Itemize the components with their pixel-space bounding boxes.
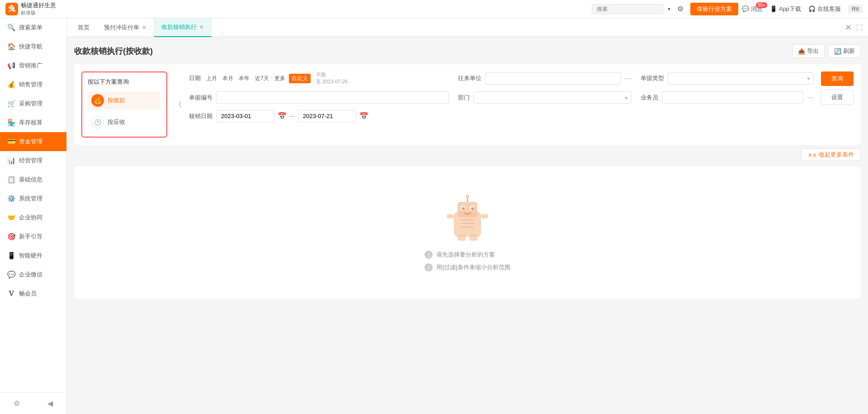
filter-row-2: 单据编号 部门 ▾ [189, 91, 814, 104]
date-option-custom[interactable]: 自定义 [289, 74, 311, 83]
tip1-num: 1 [425, 251, 433, 259]
sidebar-item-finance[interactable]: 💳 资金管理 [0, 132, 66, 151]
document-type-select-wrap: ▾ [668, 72, 814, 85]
empty-tip-2: 2 用[过滤]条件来缩小分析范围 [425, 263, 510, 271]
filter-action-btns: 查询 设置 [821, 71, 854, 138]
sidebar-label-guide: 新手引导 [19, 233, 42, 241]
query-btn[interactable]: 查询 [821, 71, 854, 86]
staff-label: 业务员 [641, 94, 658, 102]
verify-date-end-cal[interactable]: 📅 [359, 112, 368, 120]
purchase-icon: 🛒 [7, 100, 15, 108]
receipt-option-icon: 💰 [91, 94, 104, 107]
collapse-more-btn[interactable]: ∧∧ 收起更多条件 [801, 148, 861, 161]
sidebar-item-basic[interactable]: 📋 基础信息 [0, 170, 66, 189]
document-type-select[interactable] [668, 72, 814, 85]
sidebar-item-marketing[interactable]: 📢 营销推广 [0, 56, 66, 75]
user-info[interactable]: Rit [848, 5, 863, 13]
page-title: 收款核销执行(按收款) [74, 46, 153, 57]
tip2-text: 用[过滤]条件来缩小分析范围 [436, 263, 510, 271]
verify-date-start[interactable] [216, 110, 275, 122]
tab-prepay-close[interactable]: ✕ [142, 24, 146, 31]
home-icon: 🏠 [7, 43, 15, 51]
date-label: 日期 [189, 74, 201, 82]
filter-option-receivable[interactable]: 🕐 按应收 [88, 113, 161, 131]
sidebar-item-wechat[interactable]: 💬 企业微信 [0, 265, 66, 284]
edition-label: 标准版 [21, 10, 56, 16]
date-option-more[interactable]: 更多 [273, 74, 287, 83]
tab-bar-expand-btn[interactable]: ⛶ [854, 24, 864, 31]
inventory-icon: 🏪 [7, 119, 15, 127]
bottom-settings-btn[interactable]: ⚙ [9, 396, 24, 410]
sidebar-item-purchase[interactable]: 🛒 采购管理 [0, 94, 66, 113]
empty-tips: 1 请先选择要分析的方案 2 用[过滤]条件来缩小分析范围 [425, 251, 510, 271]
sidebar-label-hardware: 智能硬件 [19, 252, 42, 260]
export-label: 导出 [807, 47, 819, 55]
sidebar-item-guide[interactable]: 🎯 新手引导 [0, 227, 66, 246]
sidebar-item-enterprise[interactable]: 🤝 企业协同 [0, 208, 66, 227]
sidebar-item-search[interactable]: 🔍 搜索菜单 [0, 18, 66, 37]
date-option-last-month[interactable]: 上月 [204, 74, 219, 83]
sidebar-label-marketing: 营销推广 [19, 62, 42, 70]
export-btn[interactable]: 📤 导出 [792, 44, 825, 58]
online-service-btn[interactable]: 🎧 在线客服 [808, 5, 841, 13]
sidebar-label-basic: 基础信息 [19, 176, 42, 184]
verify-date-start-cal[interactable]: 📅 [278, 112, 287, 120]
message-btn[interactable]: 💬 消息 99+ [742, 5, 763, 13]
filter-fields: 日期 上月 本月 本年 近7天 更多 自定义 不限 至 [189, 71, 814, 138]
system-icon: ⚙️ [7, 195, 15, 203]
search-dropdown[interactable]: ▾ [668, 6, 670, 12]
empty-state: 1 请先选择要分析的方案 2 用[过滤]条件来缩小分析范围 [74, 167, 861, 299]
enterprise-icon: 🤝 [7, 214, 15, 222]
date-no-limit-group: 不限 至 2023-07-26 [316, 71, 348, 85]
refresh-btn[interactable]: 🔄 刷新 [828, 44, 861, 58]
sidebar-label-wechat: 企业微信 [19, 271, 42, 279]
collapse-sidebar-btn[interactable]: ◀ [43, 396, 57, 410]
refresh-label: 刷新 [843, 47, 855, 55]
search-input[interactable] [592, 4, 664, 14]
sidebar-item-hardware[interactable]: 📱 智能硬件 [0, 246, 66, 265]
sidebar-item-system[interactable]: ⚙️ 系统管理 [0, 189, 66, 208]
main-layout: 🔍 搜索菜单 🏠 快捷导航 📢 营销推广 💰 销售管理 🛒 采购管理 🏪 库存核… [0, 18, 868, 414]
filter-collapse-toggle[interactable]: 《 [175, 71, 182, 138]
counterparty-input[interactable] [485, 72, 621, 85]
settings-icon[interactable]: ⚙ [674, 3, 687, 15]
staff-input[interactable] [662, 91, 803, 104]
tab-prepay[interactable]: 预付冲应付单 ✕ [97, 18, 154, 37]
filter-panel: 按以下方案查询 💰 按收款 🕐 按应收 《 [74, 64, 861, 145]
app-download-btn[interactable]: 📱 App下载 [770, 5, 801, 13]
verify-date-separator: — [289, 113, 295, 119]
sidebar-item-shortcut[interactable]: 🏠 快捷导航 [0, 37, 66, 56]
tab-home[interactable]: 首页 [71, 18, 97, 37]
business-icon: 📊 [7, 157, 15, 165]
document-no-input[interactable] [216, 91, 449, 104]
industry-btn[interactable]: 体验行业方案 [690, 3, 738, 15]
sidebar-label-finance: 资金管理 [19, 138, 42, 146]
sidebar-label-purchase: 采购管理 [19, 100, 42, 108]
sidebar-item-member[interactable]: Ⅴ 畅会员 [0, 284, 66, 303]
filter-option-receipt[interactable]: 💰 按收款 [88, 91, 161, 109]
content-area: 首页 预付冲应付单 ✕ 收款核销执行 ✕ ✕ ⛶ 收款核销执行(按收款) 📤 [67, 18, 868, 414]
verify-date-end[interactable] [298, 110, 357, 122]
counterparty-field: 往来单位 ··· [458, 72, 631, 85]
tab-collection-label: 收款核销执行 [161, 23, 197, 31]
tab-bar-close-btn[interactable]: ✕ [842, 23, 854, 33]
settings-btn[interactable]: 设置 [821, 90, 854, 105]
sales-icon: 💰 [7, 81, 15, 89]
date-option-7days[interactable]: 近7天 [253, 74, 271, 83]
counterparty-more-icon[interactable]: ··· [625, 74, 632, 83]
tab-collection[interactable]: 收款核销执行 ✕ [154, 18, 212, 37]
date-option-this-year[interactable]: 本年 [237, 74, 251, 83]
sidebar-label-member: 畅会员 [19, 290, 37, 298]
staff-field: 业务员 ··· [641, 91, 814, 104]
sidebar-item-inventory[interactable]: 🏪 库存核算 [0, 113, 66, 132]
app-label: App下载 [779, 5, 801, 13]
department-select[interactable] [473, 91, 631, 104]
app-icon: 📱 [770, 5, 777, 12]
wechat-icon: 💬 [7, 271, 15, 279]
date-options-group: 上月 本月 本年 近7天 更多 自定义 [204, 74, 311, 83]
tab-collection-close[interactable]: ✕ [199, 24, 204, 30]
sidebar-item-sales[interactable]: 💰 销售管理 [0, 75, 66, 94]
staff-more-icon[interactable]: ··· [807, 93, 814, 102]
date-option-this-month[interactable]: 本月 [221, 74, 235, 83]
sidebar-item-business[interactable]: 📊 经营管理 [0, 151, 66, 170]
